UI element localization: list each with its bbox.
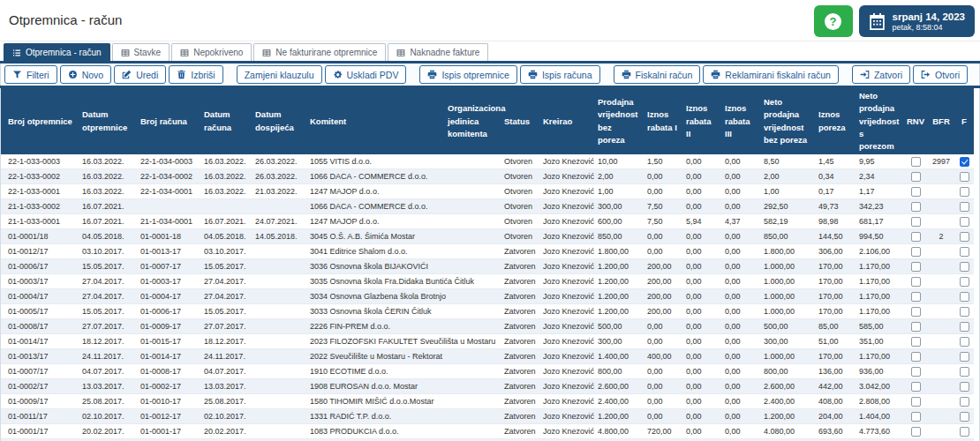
f-checkbox[interactable] bbox=[960, 232, 969, 242]
table-row[interactable]: 01-0001/1804.05.2018.01-0001-1804.05.201… bbox=[1, 229, 974, 244]
f-checkbox[interactable] bbox=[960, 397, 969, 407]
table-row[interactable]: 21-1-033-000216.07.2021.1066 DACA - COMM… bbox=[1, 199, 974, 214]
otvori-button[interactable]: Otvori bbox=[913, 65, 968, 84]
column-header-kreirao[interactable]: Kreirao bbox=[539, 88, 594, 154]
rnv-checkbox[interactable] bbox=[911, 172, 921, 182]
f-checkbox[interactable] bbox=[960, 322, 969, 332]
table-row[interactable]: 21-1-033-000116.07.2021.21-1-034-000116.… bbox=[1, 214, 974, 229]
cell-rnv bbox=[903, 304, 928, 319]
help-button[interactable]: ? bbox=[814, 5, 853, 37]
tab-stavke[interactable]: Stavke bbox=[112, 43, 170, 61]
rnv-checkbox[interactable] bbox=[911, 202, 921, 212]
f-checkbox[interactable] bbox=[960, 262, 969, 272]
column-header-iznos-rabata-1[interactable]: Iznos rabata I bbox=[644, 88, 682, 154]
zamjeni-klauzulu-button[interactable]: Zamjeni klauzulu bbox=[237, 65, 322, 84]
f-checkbox[interactable] bbox=[960, 382, 969, 392]
f-checkbox[interactable] bbox=[960, 307, 969, 317]
column-header-status[interactable]: Status bbox=[501, 88, 539, 154]
cell-neto-vrijednost-bez-poreza: 800,00 bbox=[760, 364, 815, 379]
column-header-rnv[interactable]: RNV bbox=[903, 88, 928, 154]
f-checkbox[interactable] bbox=[960, 202, 969, 212]
ispis-otpremnice-button[interactable]: Ispis otpremnice bbox=[419, 65, 516, 84]
rnv-checkbox[interactable] bbox=[911, 247, 921, 257]
table-row[interactable]: 01-0003/1727.04.2017.01-0003-1727.04.201… bbox=[1, 274, 974, 289]
f-checkbox[interactable] bbox=[960, 157, 969, 167]
f-checkbox[interactable] bbox=[960, 187, 969, 197]
table-row[interactable]: 01-0014/1718.12.2017.01-0015-1718.12.201… bbox=[1, 334, 974, 349]
cell-komitent: 1580 TIHOMIR MIŠIĆ d.o.o.Mostar bbox=[306, 394, 444, 409]
column-header-datum-dospijeca[interactable]: Datum dospijeća bbox=[252, 88, 306, 154]
column-header-prodajna-vrijednost-bez-poreza[interactable]: Prodajna vrijednost bez poreza bbox=[594, 88, 644, 154]
f-checkbox[interactable] bbox=[960, 292, 969, 302]
column-header-neto-vrijednost-s-porezom[interactable]: Neto prodajna vrijednost s porezom bbox=[856, 88, 903, 154]
table-row[interactable]: 01-0004/1727.04.2017.01-0004-1727.04.201… bbox=[1, 289, 974, 304]
table-row[interactable]: 01-0012/1703.10.2017.01-0013-1703.10.201… bbox=[1, 244, 974, 259]
reklamirani-fiskalni-ra-un-button[interactable]: Reklamirani fiskalni račun bbox=[703, 65, 839, 84]
novo-button[interactable]: Novo bbox=[60, 65, 112, 84]
column-header-f[interactable]: F bbox=[954, 88, 974, 154]
ispis-ra-una-button[interactable]: Ispis računa bbox=[520, 65, 600, 84]
fiskalni-ra-un-button[interactable]: Fiskalni račun bbox=[614, 65, 701, 84]
rnv-checkbox[interactable] bbox=[911, 322, 921, 332]
rnv-checkbox[interactable] bbox=[911, 187, 921, 197]
column-header-datum-otpremnice[interactable]: Datum otpremnice bbox=[79, 88, 137, 154]
table-row[interactable]: 01-0001/1720.02.2017.01-0001-1720.02.201… bbox=[1, 424, 974, 439]
rnv-checkbox[interactable] bbox=[911, 337, 921, 347]
table-row[interactable]: 22-1-033-000216.03.2022.22-1-034-000216.… bbox=[1, 169, 974, 184]
rnv-checkbox[interactable] bbox=[911, 352, 921, 362]
rnv-checkbox[interactable] bbox=[911, 412, 921, 422]
column-header-iznos-poreza[interactable]: Iznos poreza bbox=[815, 88, 856, 154]
rnv-checkbox[interactable] bbox=[911, 397, 921, 407]
rnv-checkbox[interactable] bbox=[911, 262, 921, 272]
f-checkbox[interactable] bbox=[960, 367, 969, 377]
column-header-datum-racuna[interactable]: Datum računa bbox=[200, 88, 252, 154]
f-checkbox[interactable] bbox=[960, 172, 969, 182]
rnv-checkbox[interactable] bbox=[911, 217, 921, 227]
rnv-checkbox[interactable] bbox=[911, 277, 921, 287]
uskladi-pdv-button[interactable]: Uskladi PDV bbox=[325, 65, 407, 84]
rnv-checkbox[interactable] bbox=[911, 232, 921, 242]
f-checkbox[interactable] bbox=[960, 217, 969, 227]
f-checkbox[interactable] bbox=[960, 412, 969, 422]
table-row[interactable]: 22-1-033-000116.03.2022.22-1-034-000116.… bbox=[1, 184, 974, 199]
rnv-checkbox[interactable] bbox=[911, 292, 921, 302]
f-checkbox[interactable] bbox=[960, 352, 969, 362]
column-header-org-jedinica-komitenta[interactable]: Organizaciona jedinica komitenta bbox=[444, 88, 501, 154]
datetime-widget[interactable]: srpanj 14, 2023 petak, 8:58:04 bbox=[859, 5, 975, 37]
tab-naknadne-fakture[interactable]: Naknadne fakture bbox=[388, 43, 488, 61]
column-header-iznos-rabata-3[interactable]: Iznos rabata III bbox=[721, 88, 760, 154]
table-row[interactable]: 01-0013/1724.11.2017.01-0014-1724.11.201… bbox=[1, 349, 974, 364]
rnv-checkbox[interactable] bbox=[911, 367, 921, 377]
rnv-checkbox[interactable] bbox=[911, 382, 921, 392]
f-checkbox[interactable] bbox=[960, 277, 969, 287]
f-checkbox[interactable] bbox=[960, 337, 969, 347]
f-checkbox[interactable] bbox=[960, 247, 969, 257]
tab-nepokriveno[interactable]: Nepokriveno bbox=[171, 43, 252, 61]
table-row[interactable]: 01-0006/1715.05.2017.01-0007-1715.05.201… bbox=[1, 259, 974, 274]
filteri-button[interactable]: Filteri bbox=[4, 65, 57, 84]
tab-otpremnica-ra-un[interactable]: Otpremnica - račun bbox=[4, 43, 110, 61]
table-row[interactable]: 01-0005/1715.05.2017.01-0006-1715.05.201… bbox=[1, 304, 974, 319]
column-header-broj-racuna[interactable]: Broj računa bbox=[137, 88, 200, 154]
zatvori-button[interactable]: Zatvori bbox=[852, 65, 910, 84]
f-checkbox[interactable] bbox=[960, 427, 969, 437]
izbri-i-button[interactable]: Izbriši bbox=[169, 65, 222, 84]
table-row[interactable]: 22-1-033-000316.03.2022.22-1-034-000316.… bbox=[1, 154, 974, 169]
table-row[interactable]: 01-0007/1704.07.2017.01-0008-1704.07.201… bbox=[1, 364, 974, 379]
rnv-checkbox[interactable] bbox=[911, 157, 921, 167]
uredi-button[interactable]: Uredi bbox=[114, 65, 166, 84]
table-row[interactable]: 01-0011/1702.10.2017.01-0012-1702.10.201… bbox=[1, 409, 974, 424]
rnv-checkbox[interactable] bbox=[911, 427, 921, 437]
column-header-neto-vrijednost-bez-poreza[interactable]: Neto prodajna vrijednost bez poreza bbox=[760, 88, 815, 154]
column-header-bfr[interactable]: BFR bbox=[928, 88, 954, 154]
table-row[interactable]: 01-0008/1727.07.2017.01-0009-1727.07.201… bbox=[1, 319, 974, 334]
table-row[interactable]: 01-0002/1713.03.2017.01-0002-1713.03.201… bbox=[1, 379, 974, 394]
rnv-checkbox[interactable] bbox=[911, 307, 921, 317]
column-header-broj-otpremnice[interactable]: Broj otpremnice bbox=[1, 88, 79, 154]
column-header-komitent[interactable]: Komitent bbox=[306, 88, 444, 154]
tab-ne-fakturirane-otpremnice[interactable]: Ne fakturirane otpremnice bbox=[253, 43, 386, 61]
column-header-iznos-rabata-2[interactable]: Iznos rabata II bbox=[682, 88, 721, 154]
cell-neto-vrijednost-bez-poreza: 850,00 bbox=[760, 229, 815, 244]
table-row[interactable]: 01-0009/1725.08.2017.01-0010-1725.08.201… bbox=[1, 394, 974, 409]
cell-iznos-poreza: 204,00 bbox=[815, 409, 856, 424]
